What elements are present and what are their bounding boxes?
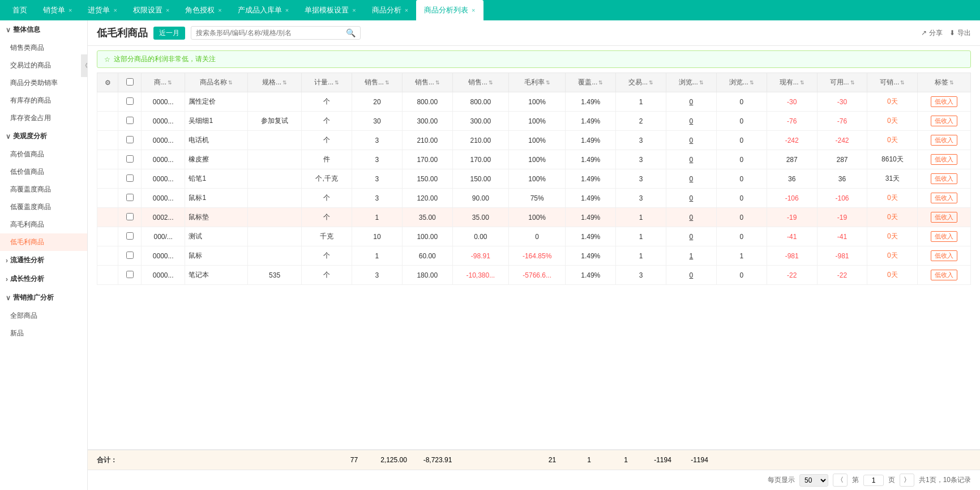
sales-price-column-header[interactable]: 销售...⇅: [402, 73, 452, 92]
sidebar-item-high-margin[interactable]: 高毛利商品: [0, 216, 87, 233]
browse1-cell[interactable]: 0: [666, 150, 717, 169]
search-icon[interactable]: 🔍: [346, 28, 356, 37]
browse1-column-header[interactable]: 浏览...⇅: [666, 73, 717, 92]
browse1-cell[interactable]: 0: [666, 112, 717, 131]
sidebar-item-high-coverage[interactable]: 高覆盖度商品: [0, 181, 87, 198]
browse1-cell[interactable]: 0: [666, 227, 717, 246]
row-checkbox[interactable]: [126, 97, 134, 105]
table-container[interactable]: ⚙ 商...⇅ 商品名称⇅ 规格...⇅ 计量...⇅ 销售...⇅ 销售...…: [88, 73, 980, 449]
row-checkbox[interactable]: [126, 174, 134, 182]
checkbox-cell[interactable]: [118, 266, 142, 285]
sidebar-item-all-products[interactable]: 全部商品: [0, 307, 87, 325]
sidebar-item-high-value[interactable]: 高价值商品: [0, 146, 87, 163]
row-checkbox[interactable]: [126, 155, 134, 163]
browse1-cell[interactable]: 0: [666, 189, 717, 208]
coverage-cell: 1.49%: [566, 131, 616, 150]
browse1-cell[interactable]: 0: [666, 92, 717, 112]
checkbox-cell[interactable]: [118, 208, 142, 227]
unit-column-header[interactable]: 计量...⇅: [302, 73, 352, 92]
sidebar-item-category-sales-rate[interactable]: 商品分类助销率: [0, 74, 87, 92]
sidebar-group-marketing[interactable]: ∨ 营销推广分析: [0, 288, 87, 307]
code-cell: 0000...: [141, 131, 185, 150]
sidebar-item-sales-products[interactable]: 销售类商品: [0, 39, 87, 57]
search-input[interactable]: [196, 29, 346, 37]
sidebar-item-inventory-capital[interactable]: 库存资金占用: [0, 109, 87, 127]
sidebar-item-traded-products[interactable]: 交易过的商品: [0, 57, 87, 74]
coverage-column-header[interactable]: 覆盖...⇅: [566, 73, 616, 92]
row-checkbox[interactable]: [126, 136, 134, 143]
checkbox-cell[interactable]: [118, 131, 142, 150]
nav-product-analysis[interactable]: 商品分析 ×: [364, 0, 416, 20]
saleable-days-column-header[interactable]: 可销...⇅: [867, 73, 918, 92]
browse1-cell[interactable]: 0: [666, 131, 717, 150]
nav-template-settings[interactable]: 单据模板设置 ×: [297, 0, 363, 20]
sidebar-group-liquidity[interactable]: › 流通性分析: [0, 251, 87, 270]
sidebar-item-low-coverage[interactable]: 低覆盖度商品: [0, 198, 87, 216]
spec-column-header[interactable]: 规格...⇅: [248, 73, 302, 92]
sales-profit-column-header[interactable]: 销售...⇅: [452, 73, 508, 92]
browse2-column-header[interactable]: 浏览...⇅: [716, 73, 767, 92]
browse1-cell[interactable]: 0: [666, 266, 717, 285]
sidebar-collapse-button[interactable]: 《: [81, 54, 88, 77]
tag-column-header[interactable]: 标签⇅: [918, 73, 971, 92]
next-page-button[interactable]: 〉: [900, 474, 914, 487]
checkbox-cell[interactable]: [118, 112, 142, 131]
code-column-header[interactable]: 商...⇅: [141, 73, 185, 92]
row-checkbox[interactable]: [126, 252, 134, 259]
gross-margin-column-header[interactable]: 毛利率⇅: [508, 73, 565, 92]
nav-product-entry-close[interactable]: ×: [285, 7, 289, 14]
share-button[interactable]: ↗ 分享: [921, 28, 943, 38]
unit-cell: 个: [302, 266, 352, 285]
nav-sales-order-close[interactable]: ×: [69, 7, 72, 14]
row-checkbox[interactable]: [126, 117, 134, 124]
row-checkbox[interactable]: [126, 232, 134, 240]
nav-product-analysis-list-close[interactable]: ×: [472, 7, 475, 14]
per-page-select[interactable]: 50 100: [799, 474, 828, 487]
row-checkbox[interactable]: [126, 271, 134, 278]
available-column-header[interactable]: 可用...⇅: [817, 73, 867, 92]
name-column-header[interactable]: 商品名称⇅: [185, 73, 248, 92]
sidebar-item-low-value[interactable]: 低价值商品: [0, 163, 87, 181]
checkbox-cell[interactable]: [118, 227, 142, 246]
nav-product-analysis-close[interactable]: ×: [405, 7, 408, 14]
checkbox-column-header[interactable]: [118, 73, 142, 92]
page-input[interactable]: [863, 475, 884, 486]
nav-permissions-close[interactable]: ×: [166, 7, 169, 14]
checkbox-cell[interactable]: [118, 169, 142, 189]
sidebar-group-beauty-analysis[interactable]: ∨ 美观度分析: [0, 127, 87, 146]
sidebar-item-stocked-products[interactable]: 有库存的商品: [0, 92, 87, 109]
nav-home[interactable]: 首页: [5, 0, 35, 20]
nav-template-settings-close[interactable]: ×: [352, 7, 356, 14]
nav-product-entry[interactable]: 产成品入库单 ×: [230, 0, 297, 20]
nav-permissions[interactable]: 权限设置 ×: [125, 0, 177, 20]
current-stock-cell: -19: [767, 208, 817, 227]
sidebar-group-growth[interactable]: › 成长性分析: [0, 270, 87, 288]
prev-page-button[interactable]: 〈: [833, 474, 848, 487]
checkbox-cell[interactable]: [118, 150, 142, 169]
coverage-cell: 1.49%: [566, 189, 616, 208]
nav-product-analysis-list[interactable]: 商品分析列表 ×: [416, 0, 483, 20]
checkbox-cell[interactable]: [118, 246, 142, 266]
nav-purchase-order[interactable]: 进货单 ×: [80, 0, 125, 20]
sidebar-group-overall[interactable]: ∨ 整体信息: [0, 20, 87, 39]
settings-column-header[interactable]: ⚙: [97, 73, 118, 92]
row-checkbox[interactable]: [126, 194, 134, 201]
checkbox-cell[interactable]: [118, 92, 142, 112]
sidebar-item-new-products[interactable]: 新品: [0, 325, 87, 342]
checkbox-cell[interactable]: [118, 189, 142, 208]
nav-sales-order[interactable]: 销货单 ×: [35, 0, 80, 20]
nav-role-auth-close[interactable]: ×: [218, 7, 221, 14]
nav-purchase-order-close[interactable]: ×: [113, 7, 117, 14]
nav-role-auth[interactable]: 角色授权 ×: [177, 0, 229, 20]
sidebar-item-low-margin[interactable]: 低毛利商品: [0, 233, 87, 251]
row-checkbox[interactable]: [126, 213, 134, 220]
export-button[interactable]: ⬇ 导出: [949, 28, 971, 38]
browse1-cell[interactable]: 0: [666, 169, 717, 189]
browse1-cell[interactable]: 0: [666, 208, 717, 227]
time-filter-button[interactable]: 近一月: [153, 27, 185, 40]
transactions-column-header[interactable]: 交易...⇅: [616, 73, 666, 92]
sales-count-column-header[interactable]: 销售...⇅: [352, 73, 402, 92]
browse1-cell[interactable]: 1: [666, 246, 717, 266]
select-all-checkbox[interactable]: [126, 78, 134, 86]
current-stock-column-header[interactable]: 现有...⇅: [767, 73, 817, 92]
